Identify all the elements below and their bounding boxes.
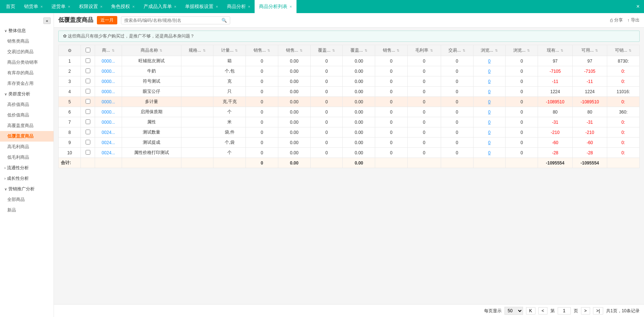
product-code-link[interactable]: 0024... [102, 140, 115, 145]
sidebar-item-有库存的商品[interactable]: 有库存的商品 [0, 68, 54, 78]
sidebar-item-低价值商品[interactable]: 低价值商品 [0, 110, 54, 120]
sort-icon-available_stock[interactable]: ⇅ [594, 49, 598, 52]
browse-link[interactable]: 0 [488, 89, 491, 94]
browse-link[interactable]: 0 [488, 130, 491, 135]
product-code-link[interactable]: 0000... [102, 59, 115, 64]
product-code-link[interactable]: 0024... [102, 150, 115, 155]
sidebar-section-4[interactable]: ∨营销推广分析 [0, 184, 54, 194]
sidebar-section-2[interactable]: ›流通性分析 [0, 163, 54, 173]
row-checkbox[interactable] [86, 140, 90, 144]
col-header-spec[interactable]: 规格... ⇅ [181, 45, 213, 56]
browse-link[interactable]: 0 [488, 150, 491, 155]
sort-icon-sales_qty[interactable]: ⇅ [267, 49, 271, 52]
nav-tab-close-销货单[interactable]: × [40, 4, 43, 9]
sidebar-item-高价值商品[interactable]: 高价值商品 [0, 99, 54, 110]
row-checkbox[interactable] [86, 150, 90, 155]
sort-icon-sales_amt[interactable]: ⇅ [299, 49, 303, 52]
col-header-settings[interactable]: ⚙ [59, 45, 81, 56]
sort-icon-sellable[interactable]: ⇅ [628, 49, 632, 52]
browse-link[interactable]: 0 [488, 79, 491, 84]
sort-icon-sales_days[interactable]: ⇅ [396, 49, 400, 52]
browse-link[interactable]: 0 [488, 120, 491, 125]
row-checkbox[interactable] [86, 89, 90, 94]
col-header-current_stock[interactable]: 现有... ⇅ [538, 45, 573, 56]
row-checkbox[interactable] [86, 109, 90, 114]
sidebar-item-低毛利商品[interactable]: 低毛利商品 [0, 152, 54, 163]
nav-tab-产成品入库单[interactable]: 产成品入库单× [139, 0, 181, 13]
share-button[interactable]: ⎙ 分享 [610, 17, 623, 23]
col-header-sales_days[interactable]: 销售... ⇅ [375, 45, 408, 56]
sidebar-item-交易过的商品[interactable]: 交易过的商品 [0, 47, 54, 57]
sort-icon-gross_margin[interactable]: ⇅ [429, 49, 433, 52]
row-checkbox[interactable] [86, 58, 90, 63]
select-all-checkbox[interactable] [86, 48, 90, 52]
nav-tab-close-产成品入库单[interactable]: × [174, 4, 176, 9]
sidebar-item-低覆盖度商品[interactable]: 低覆盖度商品 [0, 131, 54, 142]
row-checkbox[interactable] [86, 79, 90, 83]
browse-link[interactable]: 0 [488, 99, 491, 104]
nav-tab-close-商品分析列表[interactable]: × [290, 4, 292, 9]
browse-link[interactable]: 0 [488, 140, 491, 145]
nav-tab-首页[interactable]: 首页 [1, 0, 20, 13]
product-code-link[interactable]: 0000... [102, 120, 115, 125]
row-checkbox[interactable] [86, 119, 90, 124]
sort-icon-code[interactable]: ⇅ [111, 49, 115, 52]
sidebar-item-全部商品[interactable]: 全部商品 [0, 194, 54, 205]
sort-icon-unit[interactable]: ⇅ [234, 49, 238, 52]
sidebar-item-高毛利商品[interactable]: 高毛利商品 [0, 142, 54, 152]
row-checkbox[interactable] [86, 130, 90, 134]
sidebar-item-商品分类动销率[interactable]: 商品分类动销率 [0, 57, 54, 68]
next-page-button[interactable]: > [581, 307, 590, 314]
nav-tab-权限设置[interactable]: 权限设置× [75, 0, 107, 13]
col-header-check[interactable] [81, 45, 95, 56]
col-header-sales_qty[interactable]: 销售... ⇅ [246, 45, 278, 56]
period-button[interactable]: 近一月 [97, 16, 117, 24]
nav-tab-close-权限设置[interactable]: × [100, 4, 102, 9]
col-header-sales_amt[interactable]: 销售... ⇅ [278, 45, 310, 56]
prev-page-button[interactable]: < [538, 307, 547, 314]
col-header-gross_margin[interactable]: 毛利率 ⇅ [408, 45, 441, 56]
sort-icon-browse1[interactable]: ⇅ [494, 49, 498, 52]
sidebar-section-1[interactable]: ∨类群度分析 [0, 89, 54, 99]
nav-tab-进货单[interactable]: 进货单× [47, 0, 74, 13]
export-button[interactable]: ↑ 导出 [627, 17, 640, 23]
first-page-button[interactable]: K [526, 307, 535, 314]
nav-tab-销货单[interactable]: 销货单× [20, 0, 47, 13]
sidebar-item-高覆盖度商品[interactable]: 高覆盖度商品 [0, 120, 54, 131]
nav-tab-close-单据模板设置[interactable]: × [216, 4, 218, 9]
sidebar-item-新品[interactable]: 新品 [0, 205, 54, 215]
sort-icon-trade_count[interactable]: ⇅ [462, 49, 466, 52]
nav-tab-商品分析[interactable]: 商品分析× [223, 0, 255, 13]
browse-link[interactable]: 0 [488, 59, 491, 64]
sort-icon-coverage2[interactable]: ⇅ [364, 49, 368, 52]
product-code-link[interactable]: 0000... [102, 69, 115, 74]
sort-icon-current_stock[interactable]: ⇅ [560, 49, 564, 52]
nav-tab-close-进货单[interactable]: × [68, 4, 70, 9]
col-header-unit[interactable]: 计量... ⇅ [213, 45, 246, 56]
col-header-available_stock[interactable]: 可用... ⇅ [573, 45, 607, 56]
sidebar-collapse-button[interactable]: « [43, 17, 51, 24]
search-icon[interactable]: 🔍 [221, 18, 227, 23]
col-header-coverage1[interactable]: 覆盖... ⇅ [310, 45, 343, 56]
nav-tab-close-商品分析[interactable]: × [248, 4, 250, 9]
browse-link[interactable]: 0 [488, 69, 491, 74]
col-header-trade_count[interactable]: 交易... ⇅ [441, 45, 473, 56]
nav-tab-商品分析列表[interactable]: 商品分析列表× [255, 0, 296, 13]
sort-icon-spec[interactable]: ⇅ [202, 49, 206, 52]
col-header-sellable[interactable]: 可销... ⇅ [607, 45, 640, 56]
product-code-link[interactable]: 0024... [102, 130, 115, 135]
sort-icon-coverage1[interactable]: ⇅ [331, 49, 335, 52]
browse-link[interactable]: 0 [488, 110, 491, 115]
product-code-link[interactable]: 0000... [102, 89, 115, 94]
nav-tab-单据模板设置[interactable]: 单据模板设置× [181, 0, 222, 13]
row-checkbox[interactable] [86, 99, 90, 104]
last-page-button[interactable]: >| [593, 307, 603, 314]
close-window-button[interactable]: × [636, 3, 640, 10]
sidebar-item-库存资金占用[interactable]: 库存资金占用 [0, 78, 54, 89]
sidebar-section-0[interactable]: ∨整体信息 [0, 25, 54, 36]
product-code-link[interactable]: 0000... [102, 79, 115, 84]
sidebar-item-销售类商品[interactable]: 销售类商品 [0, 36, 54, 47]
col-header-browse1[interactable]: 浏览... ⇅ [473, 45, 506, 56]
page-size-select[interactable]: 2050100 [504, 307, 523, 315]
sidebar-section-3[interactable]: ›成长性分析 [0, 173, 54, 184]
